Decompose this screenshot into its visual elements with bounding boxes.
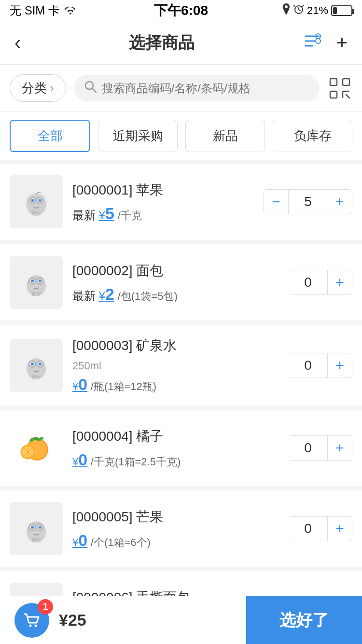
svg-text:智十: 智十 <box>31 537 41 543</box>
svg-point-77 <box>35 624 37 627</box>
product-price-3: ¥0 /瓶(1箱=12瓶) <box>72 375 279 394</box>
product-name-2: [0000002] 面包 <box>72 262 279 280</box>
svg-text:智十: 智十 <box>31 210 41 216</box>
product-item-4: [0000004] 橘子 ¥0 /千克(1箱=2.5千克) + <box>0 410 362 487</box>
tab-recent[interactable]: 近期采购 <box>98 120 178 152</box>
product-name-5: [0000005] 芒果 <box>72 508 279 526</box>
qty-control-4: + <box>289 435 352 461</box>
carrier-label: 无 SIM 卡 <box>10 3 60 18</box>
product-info-2: [0000002] 面包 最新 ¥2 /包(1袋=5包) <box>72 262 279 304</box>
product-spec-3: 250ml <box>72 360 279 372</box>
qty-plus-4[interactable]: + <box>327 435 352 461</box>
svg-point-29 <box>31 280 34 282</box>
product-thumb-1: 😺 智十 <box>10 175 63 228</box>
qty-input-4[interactable] <box>289 435 327 461</box>
svg-line-13 <box>346 95 349 98</box>
status-left: 无 SIM 卡 <box>10 3 77 18</box>
search-input-wrap[interactable] <box>74 75 320 101</box>
status-time: 下午6:08 <box>154 1 208 20</box>
svg-text:智十: 智十 <box>31 374 41 379</box>
svg-point-30 <box>39 280 42 282</box>
bottom-bar: 1 ¥25 选好了 <box>0 596 362 644</box>
product-price-2: 最新 ¥2 /包(1袋=5包) <box>72 285 279 304</box>
svg-rect-9 <box>343 79 349 85</box>
cart-total: ¥25 <box>59 611 86 630</box>
qty-input-5[interactable] <box>289 516 327 541</box>
qty-plus-2[interactable]: + <box>327 270 352 295</box>
category-button[interactable]: 分类 › <box>10 74 66 102</box>
search-input[interactable] <box>102 82 310 95</box>
search-icon <box>84 80 97 97</box>
qty-plus-5[interactable]: + <box>327 516 352 541</box>
qty-input-2[interactable] <box>289 270 327 295</box>
qty-control-1: − + <box>264 189 352 214</box>
nav-bar: ‹ 选择商品 + <box>0 21 362 65</box>
svg-point-21 <box>31 199 34 202</box>
product-item-2: 智十 [0000002] 面包 最新 ¥2 /包(1袋=5包) + <box>0 244 362 321</box>
svg-line-7 <box>92 88 96 92</box>
product-name-4: [0000004] 橘子 <box>72 427 279 446</box>
cart-section: 1 ¥25 <box>0 603 246 638</box>
svg-point-38 <box>39 363 42 365</box>
add-icon[interactable]: + <box>336 32 348 54</box>
status-bar: 无 SIM 卡 下午6:08 21% <box>0 0 362 21</box>
product-info-4: [0000004] 橘子 ¥0 /千克(1箱=2.5千克) <box>72 427 279 469</box>
product-info-5: [0000005] 芒果 ¥0 /个(1箱=6个) <box>72 508 279 550</box>
nav-actions: + <box>303 31 348 54</box>
product-item-1: 😺 智十 [0000001] 苹果 最新 ¥5 /千克 <box>0 164 362 240</box>
product-thumb-5: 智十 <box>10 502 63 555</box>
filter-icon[interactable] <box>303 31 322 54</box>
svg-point-57 <box>31 526 34 529</box>
qty-plus-1[interactable]: + <box>327 189 352 214</box>
product-info-3: [0000003] 矿泉水 250ml ¥0 /瓶(1箱=12瓶) <box>72 336 279 394</box>
status-right: 21% <box>282 3 352 18</box>
wifi-icon <box>64 4 77 17</box>
product-price-4: ¥0 /千克(1箱=2.5千克) <box>72 450 279 469</box>
cart-icon-wrap[interactable]: 1 <box>14 603 49 638</box>
product-list: 😺 智十 [0000001] 苹果 最新 ¥5 /千克 <box>0 164 362 644</box>
product-thumb-4 <box>10 421 63 475</box>
qty-control-2: + <box>289 270 352 295</box>
location-icon <box>282 3 291 18</box>
product-name-1: [0000001] 苹果 <box>72 181 254 199</box>
alarm-icon <box>293 4 304 17</box>
svg-rect-10 <box>330 91 337 98</box>
qty-plus-3[interactable]: + <box>327 353 352 378</box>
confirm-button[interactable]: 选好了 <box>246 596 362 644</box>
tab-all[interactable]: 全部 <box>10 120 90 152</box>
svg-point-58 <box>39 526 42 529</box>
tab-new[interactable]: 新品 <box>185 120 265 152</box>
qty-input-3[interactable] <box>289 353 327 378</box>
product-thumb-3: 智十 <box>10 339 63 392</box>
tab-negative[interactable]: 负库存 <box>273 120 352 152</box>
battery-percent: 21% <box>307 4 328 17</box>
svg-point-5 <box>316 39 320 43</box>
qty-input-1[interactable] <box>289 189 327 214</box>
svg-rect-8 <box>330 79 337 85</box>
qty-control-3: + <box>289 353 352 378</box>
product-name-3: [0000003] 矿泉水 <box>72 336 279 355</box>
cart-badge: 1 <box>38 599 53 615</box>
qty-control-5: + <box>289 516 352 541</box>
svg-point-37 <box>31 363 34 365</box>
product-price-1: 最新 ¥5 /千克 <box>72 204 254 223</box>
scan-icon-wrap[interactable] <box>327 76 352 101</box>
page-title: 选择商品 <box>129 32 195 54</box>
back-button[interactable]: ‹ <box>14 32 21 54</box>
svg-point-22 <box>39 199 42 202</box>
search-bar: 分类 › <box>0 65 362 112</box>
battery-icon <box>331 5 352 16</box>
filter-tabs: 全部 近期采购 新品 负库存 <box>0 112 362 164</box>
product-price-5: ¥0 /个(1箱=6个) <box>72 531 279 550</box>
product-thumb-2: 智十 <box>10 256 63 309</box>
svg-text:智十: 智十 <box>31 291 41 296</box>
product-item-3: 智十 [0000003] 矿泉水 250ml ¥0 /瓶(1箱=12瓶) + <box>0 325 362 406</box>
product-info-1: [0000001] 苹果 最新 ¥5 /千克 <box>72 181 254 223</box>
qty-minus-1[interactable]: − <box>264 189 289 214</box>
svg-point-76 <box>29 624 32 627</box>
product-item-5: 智十 [0000005] 芒果 ¥0 /个(1箱=6个) + <box>0 490 362 567</box>
